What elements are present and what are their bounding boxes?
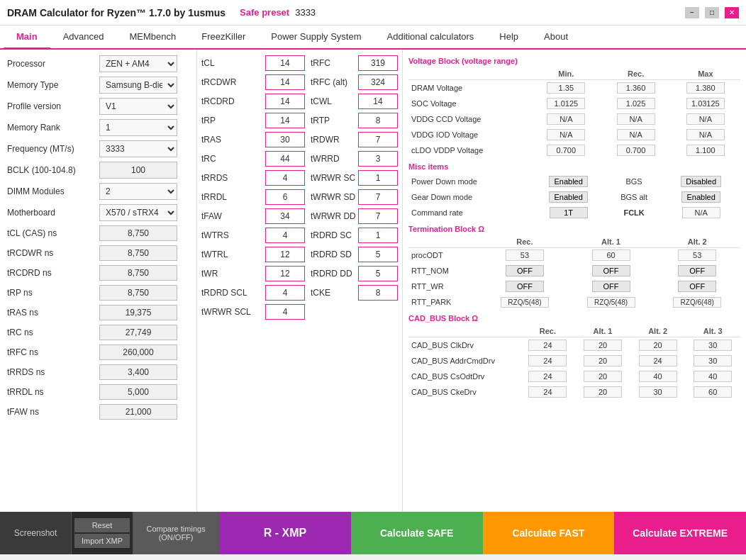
table-row: DRAM Voltage 1.35 1.360 1.380 (408, 80, 740, 96)
timing-twr-input[interactable] (265, 266, 305, 281)
soc-voltage-rec: 1.025 (617, 98, 655, 109)
nav-item-help[interactable]: Help (486, 26, 531, 50)
close-button[interactable]: ✕ (725, 7, 739, 18)
timing-trrdl-input[interactable] (265, 189, 305, 205)
timing-twrwrdd-input[interactable] (358, 208, 398, 224)
timing-trfc-input[interactable] (358, 55, 398, 71)
frequency-label: Frequency (MT/s) (7, 144, 99, 154)
rtt-nom-rec-btn[interactable]: OFF (506, 265, 544, 276)
bgs-alt-enabled-btn[interactable]: Enabled (681, 191, 720, 203)
bgs-alt-label: BGS alt (606, 189, 662, 205)
ns-trrdl-value: 5,000 (99, 384, 177, 400)
timing-twtrs-input[interactable] (265, 228, 305, 243)
rtt-nom-alt1-btn[interactable]: OFF (592, 265, 630, 276)
cldo-vddp-min: 0.700 (547, 145, 585, 156)
dimm-select[interactable]: 2 (99, 183, 177, 200)
calculate-safe-button[interactable]: Calculate SAFE (351, 512, 483, 554)
cad-addrcmddrv-alt2: 24 (639, 355, 677, 366)
timing-tcwl-input[interactable] (358, 94, 398, 109)
timing-trc-input[interactable] (265, 151, 305, 167)
nav-item-additional[interactable]: Additional calculators (374, 26, 487, 50)
procodt-rec: 53 (506, 250, 544, 261)
nav-item-power-supply[interactable]: Power Supply System (258, 26, 374, 50)
processor-select[interactable]: ZEN + AM4 (99, 55, 177, 72)
timing-trcdrd-input[interactable] (265, 94, 305, 109)
cad-col-alt3: Alt. 3 (685, 325, 740, 337)
reset-button[interactable]: Reset (74, 518, 130, 532)
ns-trcdwr-row: tRCDWR ns 8,750 (7, 245, 189, 261)
timing-trdrdscl-input[interactable] (265, 285, 305, 301)
import-xmp-button[interactable]: Import XMP (74, 534, 130, 548)
screenshot-button[interactable]: Screenshot (0, 512, 71, 554)
timing-trcdwr-input[interactable] (265, 74, 305, 90)
timing-trp-label: tRP (201, 116, 265, 125)
table-row: VDDG CCD Voltage N/A N/A N/A (408, 111, 740, 127)
ns-tcl-label: tCL (CAS) ns (7, 228, 99, 238)
timing-trfcalt-input[interactable] (358, 74, 398, 90)
cad-clkdrv-alt2: 20 (639, 340, 677, 351)
compare-timings-button[interactable]: Compare timings (ON/OFF) (133, 512, 218, 554)
timing-tcke-input[interactable] (358, 285, 398, 301)
dram-voltage-label: DRAM Voltage (408, 80, 531, 96)
timing-trdrdsc-label: tRDRD SC (305, 230, 358, 240)
command-rate-1t-btn[interactable]: 1T (550, 207, 588, 218)
frequency-select[interactable]: 3333 (99, 140, 177, 157)
timing-twr-label: tWR (201, 269, 265, 279)
table-row: RTT_PARK RZQ/5(48) RZQ/5(48) RZQ/6(48) (408, 294, 740, 310)
term-col-label (408, 236, 481, 248)
timing-trfcalt-label: tRFC (alt) (305, 77, 358, 87)
profile-version-select[interactable]: V1 (99, 98, 177, 115)
rtt-wr-alt1-btn[interactable]: OFF (592, 281, 630, 292)
memory-type-row: Memory Type Samsung B-die (7, 77, 189, 94)
vddg-ccd-max: N/A (686, 113, 725, 125)
timing-twrwrsc-input[interactable] (358, 170, 398, 186)
rtt-nom-label: RTT_NOM (408, 263, 481, 279)
memory-rank-select[interactable]: 1 (99, 119, 177, 136)
rtt-nom-alt2-btn[interactable]: OFF (678, 265, 716, 276)
minimize-button[interactable]: − (685, 7, 699, 18)
bclk-input[interactable] (99, 162, 177, 179)
xmp-button[interactable]: R - XMP (219, 512, 351, 554)
nav-item-advanced[interactable]: Advanced (50, 26, 117, 50)
processor-row: Processor ZEN + AM4 (7, 55, 189, 72)
timing-trc-label: tRC (201, 154, 265, 164)
motherboard-select[interactable]: X570 / sTRX4 (99, 204, 177, 221)
rtt-wr-alt2-btn[interactable]: OFF (678, 281, 716, 292)
rtt-wr-rec-btn[interactable]: OFF (506, 281, 544, 292)
nav-item-main[interactable]: Main (4, 26, 50, 50)
timing-twtrl-input[interactable] (265, 247, 305, 262)
timing-trdrddd-input[interactable] (358, 266, 398, 281)
timing-twrwrsd-input[interactable] (358, 189, 398, 205)
timing-tfaw-input[interactable] (265, 208, 305, 224)
calculate-fast-button[interactable]: Calculate FAST (483, 512, 615, 554)
timing-twrwrscl-input[interactable] (265, 304, 305, 320)
power-down-enabled-btn[interactable]: Enabled (549, 176, 587, 187)
timing-trtp-input[interactable] (358, 113, 398, 128)
timing-trp-input[interactable] (265, 113, 305, 128)
gear-down-enabled-btn[interactable]: Enabled (549, 191, 587, 203)
cad-col-alt1: Alt. 1 (575, 325, 630, 337)
timing-tcl-input[interactable] (265, 55, 305, 71)
timing-trdrdsc-input[interactable] (358, 228, 398, 243)
timing-tras-input[interactable] (265, 132, 305, 147)
dimm-row: DIMM Modules 2 (7, 183, 189, 200)
timing-trdwr-label: tRDWR (305, 135, 358, 145)
ns-trrdl-row: tRRDL ns 5,000 (7, 384, 189, 400)
cad-ckedrv-alt1: 20 (584, 386, 622, 398)
maximize-button[interactable]: □ (705, 7, 719, 18)
memory-type-select[interactable]: Samsung B-die (99, 77, 177, 94)
timing-trrds-input[interactable] (265, 170, 305, 186)
timing-trdwr-input[interactable] (358, 132, 398, 147)
soc-voltage-label: SOC Voltage (408, 96, 531, 111)
timing-twrrd-input[interactable] (358, 151, 398, 167)
nav-item-about[interactable]: About (531, 26, 581, 50)
bgs-disabled-btn[interactable]: Disabled (681, 176, 721, 187)
memory-rank-row: Memory Rank 1 (7, 119, 189, 136)
voltage-col-rec: Rec. (601, 68, 670, 80)
timing-trdrdsd-input[interactable] (358, 247, 398, 262)
calculate-extreme-button[interactable]: Calculate EXTREME (614, 512, 746, 554)
ns-trcdrd-row: tRCDRD ns 8,750 (7, 265, 189, 281)
cad-csodtdrv-alt2: 40 (639, 371, 677, 382)
nav-item-membench[interactable]: MEMbench (116, 26, 189, 50)
nav-item-freezkiller[interactable]: FreezKiller (189, 26, 258, 50)
